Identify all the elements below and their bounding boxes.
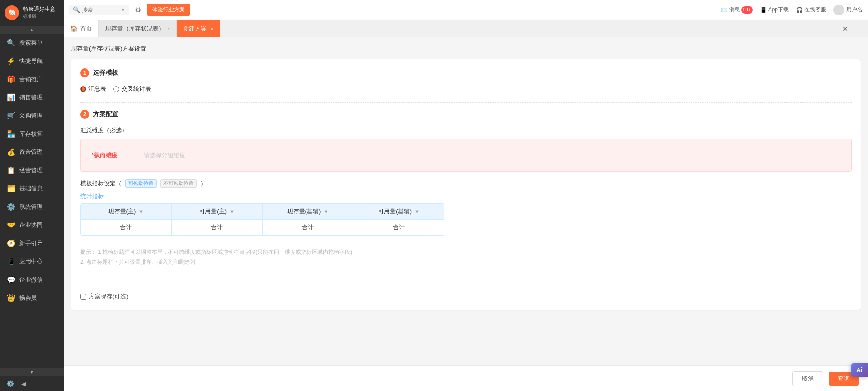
sidebar-item-label: 营销推广 (19, 75, 43, 83)
sidebar-item-label: 搜索菜单 (19, 39, 43, 47)
tab-inventory-status[interactable]: 现存量（库存状况表） × (99, 20, 177, 37)
sidebar-item-wechat[interactable]: 💬 企业微信 (0, 271, 64, 289)
search-dropdown-icon[interactable]: ▼ (120, 7, 126, 13)
radio-summary-label: 汇总表 (88, 85, 106, 93)
dimension-placeholder[interactable]: 请选择分组维度 (144, 151, 185, 159)
sidebar-item-label: 快捷导航 (19, 57, 43, 65)
gear-icon: ⚙️ (6, 202, 15, 211)
sidebar-item-enterprise[interactable]: 🤝 企业协同 (0, 216, 64, 234)
tab-inventory-label: 现存量（库存状况表） (105, 25, 164, 33)
radio-cross-input[interactable] (113, 86, 119, 92)
page-title: 现存量(库存状况表)方案设置 (71, 45, 861, 53)
sidebar-item-label: 系统管理 (19, 203, 43, 211)
tips-title: 提示： 1.拖动标题栏可以调整布局，不可跨维度或指标区域拖动栏目字段(只能在同一… (80, 247, 852, 257)
tips-section: 提示： 1.拖动标题栏可以调整布局，不可跨维度或指标区域拖动栏目字段(只能在同一… (80, 243, 852, 272)
cell-1: 合计 (172, 220, 263, 235)
required-label: *纵向维度 (92, 151, 117, 159)
col-3-label: 可用量(基辅) (378, 207, 412, 216)
user-menu[interactable]: 用户名 (833, 5, 863, 15)
headset-icon: 🎧 (796, 7, 803, 13)
tab-new-scheme[interactable]: 新建方案 × (177, 20, 220, 37)
dash-line: —— (125, 152, 137, 159)
col-3[interactable]: 可用量(基辅) ▼ (353, 204, 444, 219)
topbar-right: ✉️ 消息 99+ 📱 App下载 🎧 在线客服 用户名 (721, 5, 863, 15)
col-2[interactable]: 现存量(基辅) ▼ (263, 204, 354, 219)
ai-float-button[interactable]: Ai (851, 363, 868, 377)
topbar: 🔍 ▼ ⚙ 体验行业方案 ✉️ 消息 99+ 📱 App下载 🎧 在线客服 用户… (64, 0, 868, 20)
sidebar-item-purchase[interactable]: 🛒 采购管理 (0, 107, 64, 125)
save-label[interactable]: 方案保存(可选) (89, 293, 128, 301)
sidebar-item-operations[interactable]: 📋 经营管理 (0, 161, 64, 180)
fullscreen-icon: ⛶ (857, 25, 863, 32)
cancel-button[interactable]: 取消 (792, 371, 823, 386)
sidebar-nav: 🔍 搜索菜单 ⚡ 快捷导航 🎁 营销推广 📊 销售管理 🛒 采购管理 🏪 库存核… (0, 34, 64, 368)
search-input[interactable] (82, 7, 118, 13)
avatar (833, 5, 844, 15)
sidebar-item-marketing[interactable]: 🎁 营销推广 (0, 70, 64, 88)
tips-2: 2. 点击标题栏下拉可设置排序、插入列和删除列 (80, 257, 852, 268)
tab-close-new-scheme[interactable]: × (210, 26, 213, 31)
crown-icon: 👑 (6, 293, 15, 303)
radio-cross[interactable]: 交叉统计表 (113, 85, 151, 93)
sidebar-item-label: 畅会员 (19, 294, 37, 302)
radio-summary-input[interactable] (80, 86, 86, 92)
sidebar-item-quicknav[interactable]: ⚡ 快捷导航 (0, 52, 64, 70)
sidebar-item-guide[interactable]: 🧭 新手引导 (0, 234, 64, 252)
col-1[interactable]: 可用量(主) ▼ (172, 204, 263, 219)
sidebar-scroll-down[interactable]: ▼ (0, 368, 64, 376)
lightning-icon: ⚡ (6, 57, 15, 66)
col-2-dropdown[interactable]: ▼ (323, 209, 328, 214)
sidebar-item-baseinfo[interactable]: 🗂️ 基础信息 (0, 180, 64, 198)
sidebar-item-finance[interactable]: 💰 资金管理 (0, 143, 64, 161)
tab-home[interactable]: 🏠 首页 (64, 20, 99, 37)
section1-num: 1 (80, 68, 89, 77)
sidebar-item-label: 应用中心 (19, 257, 43, 266)
settings-icon[interactable]: ⚙️ (6, 380, 14, 387)
topbar-gear-icon[interactable]: ⚙ (135, 5, 141, 14)
section2-num: 2 (80, 110, 89, 119)
online-service-btn[interactable]: 🎧 在线客服 (796, 6, 826, 14)
messages-badge: 99+ (741, 6, 753, 14)
col-0-label: 现存量(主) (108, 207, 136, 216)
dimension-warning-area: *纵向维度 —— 请选择分组维度 (80, 139, 852, 172)
messages-btn[interactable]: ✉️ 消息 99+ (721, 6, 753, 14)
tab-close-inventory[interactable]: × (167, 26, 170, 31)
sidebar-scroll-up[interactable]: ▲ (0, 26, 64, 34)
sidebar-logo: 畅 畅康通好生意 标准版 (0, 0, 64, 26)
save-checkbox[interactable] (80, 294, 86, 300)
col-0[interactable]: 现存量(主) ▼ (81, 204, 172, 219)
settings-card: 1 选择模板 汇总表 交叉统计表 2 (71, 59, 861, 310)
sidebar: 畅 畅康通好生意 标准版 ▲ 🔍 搜索菜单 ⚡ 快捷导航 🎁 营销推广 📊 销售… (0, 0, 64, 391)
search-icon: 🔍 (6, 38, 15, 47)
sidebar-item-sales[interactable]: 📊 销售管理 (0, 88, 64, 107)
sidebar-item-system[interactable]: ⚙️ 系统管理 (0, 198, 64, 216)
online-service-label: 在线客服 (804, 6, 826, 14)
sidebar-item-search[interactable]: 🔍 搜索菜单 (0, 34, 64, 52)
tab-home-label: 首页 (80, 25, 92, 33)
sidebar-item-member[interactable]: 👑 畅会员 (0, 289, 64, 307)
sidebar-item-inventory[interactable]: 🏪 库存核算 (0, 125, 64, 143)
sidebar-item-label: 企业微信 (19, 276, 43, 284)
gift-icon: 🎁 (6, 75, 15, 84)
radio-summary[interactable]: 汇总表 (80, 85, 106, 93)
tab-close-all[interactable]: ✕ (838, 25, 853, 32)
collapse-icon[interactable]: ◀ (21, 380, 26, 387)
metrics-label: 模板指标设定（ 可拖动位置 不可拖动位置 ） (80, 179, 852, 188)
compass-icon: 🧭 (6, 239, 15, 248)
col-0-dropdown[interactable]: ▼ (138, 209, 143, 214)
col-3-dropdown[interactable]: ▼ (414, 209, 419, 214)
app-download-label: App下载 (768, 6, 789, 14)
user-name: 用户名 (846, 6, 863, 14)
app-download-btn[interactable]: 📱 App下载 (760, 6, 789, 14)
save-row: 方案保存(可选) (80, 287, 852, 301)
col-1-dropdown[interactable]: ▼ (230, 209, 235, 214)
search-box[interactable]: 🔍 ▼ (69, 5, 129, 15)
stats-table: 现存量(主) ▼ 可用量(主) ▼ 现存量(基辅) ▼ (80, 203, 444, 236)
sidebar-item-label: 新手引导 (19, 239, 43, 247)
fullscreen-btn[interactable]: ⛶ (853, 25, 868, 32)
sidebar-item-appcenter[interactable]: 📱 应用中心 (0, 252, 64, 271)
template-radio-group: 汇总表 交叉统计表 (80, 85, 852, 93)
content-area: 现存量(库存状况表)方案设置 1 选择模板 汇总表 交叉统计表 (64, 37, 868, 365)
experience-btn[interactable]: 体验行业方案 (147, 4, 190, 16)
col-1-label: 可用量(主) (199, 207, 227, 216)
